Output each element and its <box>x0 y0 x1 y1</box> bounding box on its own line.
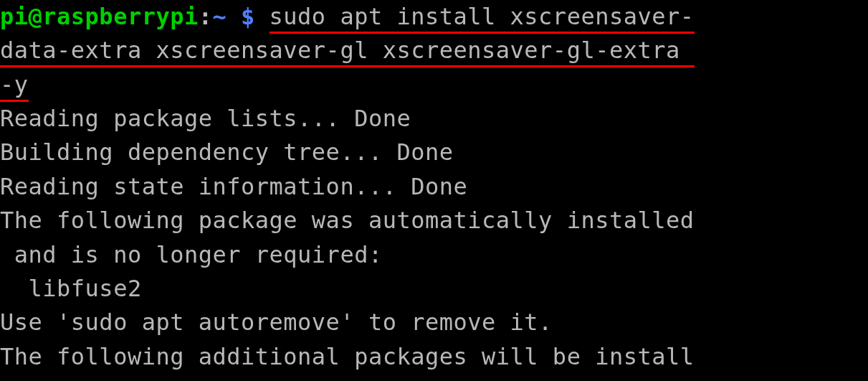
prompt-command-line-2: data-extra xscreensaver-gl xscreensaver-… <box>0 34 868 67</box>
prompt-separator: : <box>199 3 213 30</box>
prompt-user-host: pi@raspberrypi <box>0 3 199 30</box>
command-part-2: data-extra xscreensaver-gl xscreensaver-… <box>0 37 695 67</box>
prompt-path: ~ <box>212 3 226 30</box>
prompt-command-line-3: -y <box>0 68 868 102</box>
output-line: The following additional packages will b… <box>0 340 868 374</box>
output-line: Reading state information... Done <box>0 170 868 204</box>
prompt-dollar: $ <box>226 3 269 30</box>
command-part-1: sudo apt install xscreensaver- <box>270 3 695 34</box>
command-part-3: -y <box>0 71 29 102</box>
terminal-window[interactable]: pi@raspberrypi:~ $ sudo apt install xscr… <box>0 0 868 374</box>
prompt-command-line-1: pi@raspberrypi:~ $ sudo apt install xscr… <box>0 0 868 34</box>
output-line: Use 'sudo apt autoremove' to remove it. <box>0 306 868 339</box>
output-line: Reading package lists... Done <box>0 102 868 136</box>
output-line: Building dependency tree... Done <box>0 136 868 169</box>
output-line: The following package was automatically … <box>0 204 868 237</box>
output-line: libfuse2 <box>0 272 868 306</box>
output-line: and is no longer required: <box>0 238 868 272</box>
